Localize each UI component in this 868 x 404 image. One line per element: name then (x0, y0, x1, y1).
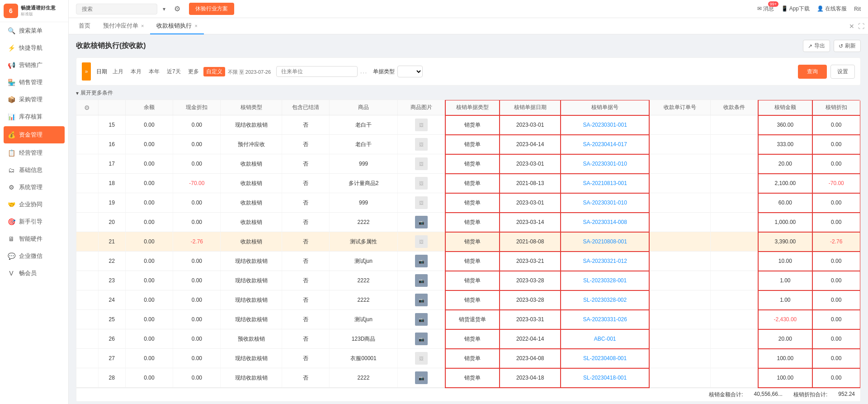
bill-no-link[interactable]: SL-20230408-001 (583, 355, 627, 361)
cell-settings (76, 368, 98, 388)
date-7days-btn[interactable]: 近7天 (164, 67, 184, 76)
cell-verify-discount: -2.76 (812, 232, 860, 252)
settings-icon[interactable]: ⚙ (84, 104, 90, 111)
search-input[interactable] (76, 4, 157, 14)
sidebar-item-wechat[interactable]: 💬 企业微信 (0, 247, 68, 265)
setting-button[interactable]: 设置 (830, 65, 855, 79)
cell-balance: 0.00 (125, 135, 173, 154)
notification-btn[interactable]: ✉ 消息 99+ (757, 5, 774, 13)
product-img: 🖼 (415, 157, 428, 170)
topbar-dropdown-btn[interactable]: ▾ (163, 6, 165, 12)
tab-close-all-icon[interactable]: ✕ (849, 23, 854, 30)
table-row: 28 0.00 0.00 现结收款核销 否 2222 📷 销货单 2023-04… (76, 368, 860, 388)
cell-verify-discount: 0.00 (812, 154, 860, 174)
cell-verify-type: 收款核销 (221, 154, 282, 174)
sidebar-item-member[interactable]: V 畅会员 (0, 265, 68, 282)
cell-product-img: 🖼 (397, 115, 445, 135)
sidebar-item-sales[interactable]: 🏪 销售管理 (0, 74, 68, 91)
party-filter-group: ... (276, 66, 368, 77)
cell-seq: 20 (98, 213, 125, 232)
sidebar-item-guide[interactable]: 🎯 新手引导 (0, 213, 68, 230)
cell-cash-discount: 0.00 (173, 154, 221, 174)
bill-no-link[interactable]: SA-20230301-010 (583, 161, 627, 167)
table-row: 17 0.00 0.00 收款核销 否 999 🖼 销货单 2023-03-01… (76, 154, 860, 174)
logo-text: 畅捷通谱好生意 (21, 5, 56, 11)
tab-verify[interactable]: 收款核销执行 × (150, 18, 203, 34)
solution-button[interactable]: 休验行业方案 (189, 3, 234, 15)
date-this-year-btn[interactable]: 本年 (146, 67, 162, 76)
online-service-btn[interactable]: 👤 在线客服 (817, 5, 847, 13)
bill-no-link[interactable]: SA-20230321-012 (583, 258, 627, 264)
bill-no-link[interactable]: SA-20230314-008 (583, 219, 627, 225)
product-img: 📷 (415, 255, 428, 267)
bill-no-link[interactable]: SA-20230301-001 (583, 122, 627, 128)
tab-expand-icon[interactable]: ⛶ (858, 23, 864, 30)
bill-no-link[interactable]: ABC-001 (594, 336, 616, 342)
cell-settings (76, 310, 98, 329)
sidebar-item-label: 智能硬件 (19, 235, 42, 243)
bill-no-link[interactable]: SA-20210813-001 (583, 180, 627, 186)
col-product-header: 商品 (330, 100, 397, 115)
main-area: ▾ ⚙ 休验行业方案 ✉ 消息 99+ 📱 App下载 👤 在线客服 Rit (69, 0, 868, 404)
sidebar-item-quicknav[interactable]: ⚡ 快捷导航 (0, 39, 68, 57)
app-download-btn[interactable]: 📱 App下载 (781, 5, 810, 13)
date-this-month-btn[interactable]: 本月 (128, 67, 144, 76)
bill-no-link[interactable]: SL-20230418-001 (583, 375, 627, 381)
bill-no-link[interactable]: SL-20230328-002 (583, 297, 627, 303)
collab-icon: 🤝 (7, 200, 15, 209)
sidebar-item-purchase[interactable]: 📦 采购管理 (0, 91, 68, 108)
table-header-row: ⚙ 余额 现金折扣 核销类型 包含已结清 商品 商品图片 核销单据类型 核销单据… (76, 100, 860, 115)
cell-cash-discount: -2.76 (173, 232, 221, 252)
date-custom-btn[interactable]: 自定义 (203, 67, 225, 76)
bill-no-link[interactable]: SA-20210808-001 (583, 238, 627, 245)
party-input[interactable] (276, 66, 358, 77)
cell-seq: 24 (98, 290, 125, 310)
topbar-gear-icon[interactable]: ⚙ (171, 3, 184, 15)
tab-prepay-close[interactable]: × (141, 23, 144, 29)
sidebar-item-basicinfo[interactable]: 🗂 基础信息 (0, 162, 68, 179)
app-download-icon: 📱 (781, 5, 788, 12)
cell-cash-discount: -70.00 (173, 174, 221, 193)
query-button[interactable]: 查询 (798, 65, 827, 79)
sidebar-item-search[interactable]: 🔍 搜索菜单 (0, 22, 68, 39)
sidebar-item-label: 系统管理 (19, 183, 42, 191)
bill-type-select[interactable] (397, 66, 423, 77)
cell-settings (76, 252, 98, 271)
cell-settings (76, 271, 98, 290)
user-name: Rit (854, 6, 861, 12)
cell-product: 2222 (330, 368, 397, 388)
bill-no-link[interactable]: SL-20230328-001 (583, 277, 627, 284)
cell-bill-date: 2021-08-13 (500, 174, 561, 193)
sidebar-item-hardware[interactable]: 🖥 智能硬件 (0, 230, 68, 247)
party-filter-dots: ... (360, 68, 368, 75)
expand-more-conditions[interactable]: ▾ 展开更多条件 (76, 89, 861, 97)
export-button[interactable]: ↗ 导出 (803, 40, 830, 52)
col-verify-discount-header: 核销折扣 (812, 100, 860, 115)
user-profile[interactable]: Rit (854, 6, 861, 12)
cell-seq: 19 (98, 193, 125, 213)
cell-verify-type: 收款核销 (221, 174, 282, 193)
sidebar-item-finance[interactable]: 💰 资金管理 (4, 126, 65, 143)
refresh-button[interactable]: ↺ 刷新 (834, 40, 861, 52)
tab-prepay[interactable]: 预付冲应付单 × (97, 18, 150, 34)
sidebar-item-operations[interactable]: 📋 经营管理 (0, 144, 68, 162)
cell-settings (76, 193, 98, 213)
sidebar-item-inventory[interactable]: 📊 库存核算 (0, 108, 68, 125)
tab-home[interactable]: 首页 (72, 18, 97, 34)
tab-verify-close[interactable]: × (194, 23, 197, 29)
bill-no-link[interactable]: SA-20230331-026 (583, 316, 627, 323)
cell-bill-no: SL-20230418-001 (561, 368, 649, 388)
cell-product-img: 📷 (397, 310, 445, 329)
cell-bill-date: 2023-03-01 (500, 115, 561, 135)
bill-no-link[interactable]: SA-20230301-010 (583, 200, 627, 206)
date-more-btn[interactable]: 更多 (185, 67, 202, 76)
sidebar-item-collab[interactable]: 🤝 企业协同 (0, 196, 68, 213)
sidebar-item-marketing[interactable]: 📢 营销推广 (0, 57, 68, 74)
cell-verify-amount: -2,430.00 (758, 310, 812, 329)
cell-bill-date: 2023-04-14 (500, 135, 561, 154)
date-last-month-btn[interactable]: 上月 (110, 67, 126, 76)
bill-no-link[interactable]: SA-20230414-017 (583, 141, 627, 147)
sidebar-item-system[interactable]: ⚙ 系统管理 (0, 179, 68, 196)
table-row: 22 0.00 0.00 现结收款核销 否 测试jun 📷 销货单 2023-0… (76, 252, 860, 271)
filter-expand-left-btn[interactable]: » (82, 62, 91, 81)
